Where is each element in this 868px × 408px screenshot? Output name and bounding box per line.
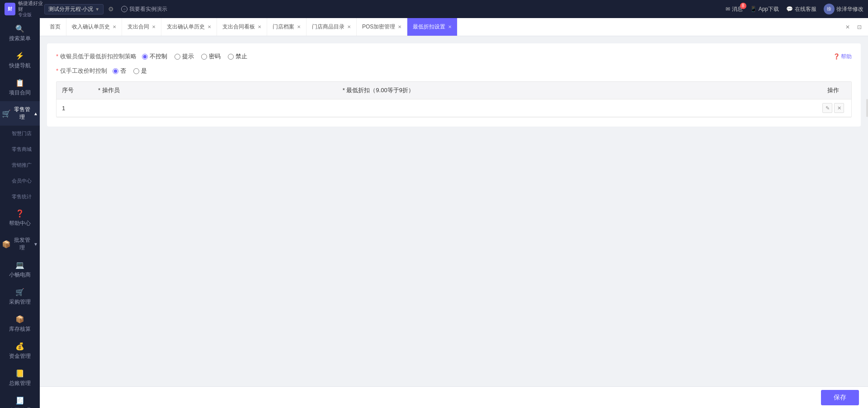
tab-close-payment-confirm[interactable]: ✕ bbox=[208, 24, 211, 29]
invoice-icon: 🧾 bbox=[15, 396, 24, 405]
sidebar-item-ledger[interactable]: 📒 总账管理 bbox=[0, 365, 40, 392]
retail-icon: 🛒 bbox=[2, 109, 11, 118]
message-icon: ✉ bbox=[726, 6, 730, 12]
demo-link[interactable]: ○ 我要看实例演示 bbox=[121, 5, 167, 13]
sidebar: 🔍 搜索菜单 ⚡ 快捷导航 📋 项目合同 🛒 零售管理 ▲ 智慧门店 零售商城 … bbox=[0, 18, 40, 408]
delete-row-button[interactable]: ✕ bbox=[834, 103, 844, 113]
tab-payment-confirm[interactable]: 支出确认单历史 ✕ bbox=[161, 18, 217, 36]
sidebar-item-wholesale[interactable]: 📦 批发管理 ▼ bbox=[0, 232, 40, 256]
sidebar-item-smart-store[interactable]: 智慧门店 bbox=[0, 126, 40, 141]
sidebar-item-shortcut[interactable]: ⚡ 快捷导航 bbox=[0, 47, 40, 74]
app-download-button[interactable]: 📱 App下载 bbox=[750, 5, 779, 13]
edit-row-button[interactable]: ✎ bbox=[822, 103, 832, 113]
required-star: * bbox=[56, 53, 60, 60]
tab-store-products[interactable]: 门店商品目录 ✕ bbox=[307, 18, 357, 36]
tab-min-discount[interactable]: 最低折扣设置 ✕ bbox=[407, 18, 458, 36]
sidebar-item-retail[interactable]: 🛒 零售管理 ▲ bbox=[0, 101, 40, 126]
logo-icon: 财 bbox=[5, 3, 15, 15]
radio-password-input[interactable] bbox=[201, 54, 207, 60]
tab-close-income-confirm[interactable]: ✕ bbox=[113, 24, 116, 29]
sidebar-item-marketing[interactable]: 营销推广 bbox=[0, 157, 40, 173]
sidebar-item-member[interactable]: 会员中心 bbox=[0, 173, 40, 189]
tab-income-confirm[interactable]: 收入确认单历史 ✕ bbox=[66, 18, 122, 36]
chevron-down-icon: ▼ bbox=[33, 242, 38, 247]
page-content: * 收银员低于最低折扣控制策略 不控制 提示 密码 bbox=[40, 36, 868, 386]
help-icon: ❓ bbox=[833, 53, 840, 60]
settings-button[interactable]: ⚙ bbox=[108, 5, 114, 13]
form-row-2: * 仅手工改价时控制 否 是 bbox=[56, 67, 852, 75]
save-button[interactable]: 保存 bbox=[821, 390, 859, 405]
required-star2: * bbox=[56, 67, 60, 74]
sidebar-item-purchase[interactable]: 🛒 采购管理 bbox=[0, 283, 40, 310]
th-discount: * 最低折扣（9.00等于9折） bbox=[337, 82, 815, 99]
search-icon: 🔍 bbox=[15, 24, 24, 33]
sidebar-item-help[interactable]: ❓ 帮助中心 bbox=[0, 205, 40, 232]
radio-no[interactable]: 否 bbox=[113, 67, 126, 75]
sidebar-item-capital[interactable]: 💰 资金管理 bbox=[0, 338, 40, 365]
tab-payment-board[interactable]: 支出合同看板 ✕ bbox=[217, 18, 267, 36]
tab-home[interactable]: 首页 bbox=[44, 18, 66, 36]
field2-label: * 仅手工改价时控制 bbox=[56, 67, 107, 75]
table-header: 序号 * 操作员 * 最低折扣（9.00等于9折） 操作 bbox=[57, 82, 851, 99]
online-service-button[interactable]: 💬 在线客服 bbox=[786, 5, 816, 13]
logo-text: 畅捷通好业财 专业版 bbox=[18, 0, 44, 18]
radio-password[interactable]: 密码 bbox=[201, 52, 221, 61]
sidebar-item-ecom[interactable]: 💻 小畅电商 bbox=[0, 256, 40, 283]
message-button[interactable]: ✉ 消息 8 bbox=[726, 5, 743, 13]
radio-no-input[interactable] bbox=[113, 68, 118, 74]
sidebar-item-retail-stats[interactable]: 零售统计 bbox=[0, 189, 40, 205]
bottom-bar: 保存 bbox=[40, 386, 868, 408]
th-seq: 序号 bbox=[57, 82, 93, 99]
radio-yes[interactable]: 是 bbox=[133, 67, 147, 75]
radio-hint[interactable]: 提示 bbox=[175, 52, 194, 61]
td-seq: 1 bbox=[57, 101, 93, 115]
tab-store-file[interactable]: 门店档案 ✕ bbox=[267, 18, 307, 36]
td-discount bbox=[337, 104, 815, 112]
circle-icon: ○ bbox=[121, 6, 127, 12]
discount-table: 序号 * 操作员 * 最低折扣（9.00等于9折） 操作 bbox=[56, 81, 852, 117]
tab-close-payment-board[interactable]: ✕ bbox=[258, 24, 261, 29]
tab-bar: 首页 收入确认单历史 ✕ 支出合同 ✕ 支出确认单历史 ✕ 支出合同看板 ✕ 门… bbox=[40, 18, 868, 36]
radio-nocontrol[interactable]: 不控制 bbox=[142, 52, 167, 61]
help-link[interactable]: ❓ 帮助 bbox=[833, 53, 852, 61]
expand-tab-button[interactable]: ⊡ bbox=[855, 23, 863, 31]
td-operator bbox=[93, 104, 337, 112]
chevron-down-icon: ▼ bbox=[95, 7, 99, 12]
tab-payment-contract[interactable]: 支出合同 ✕ bbox=[122, 18, 161, 36]
close-tab-button[interactable]: ✕ bbox=[844, 23, 852, 31]
sidebar-item-invoice[interactable]: 🧾 发票管理 bbox=[0, 392, 40, 408]
tab-close-store-file[interactable]: ✕ bbox=[297, 24, 301, 29]
field1-label: * 收银员低于最低折扣控制策略 bbox=[56, 52, 137, 61]
sidebar-item-inventory[interactable]: 📦 库存核算 bbox=[0, 310, 40, 338]
radio-forbid-input[interactable] bbox=[228, 54, 234, 60]
main-layout: 🔍 搜索菜单 ⚡ 快捷导航 📋 项目合同 🛒 零售管理 ▲ 智慧门店 零售商城 … bbox=[0, 18, 868, 408]
tab-close-store-products[interactable]: ✕ bbox=[347, 24, 351, 29]
th-operator: * 操作员 bbox=[93, 82, 337, 99]
help-icon: ❓ bbox=[15, 209, 24, 218]
purchase-icon: 🛒 bbox=[15, 288, 24, 296]
sidebar-item-online-store[interactable]: 零售商城 bbox=[0, 141, 40, 157]
td-actions: ✎ ✕ bbox=[815, 99, 851, 117]
top-bar: 财 畅捷通好业财 专业版 测试分开元程·小况 ▼ ⚙ ○ 我要看实例演示 ✉ 消… bbox=[0, 0, 868, 18]
user-profile-button[interactable]: 徐 徐泽华修改 bbox=[824, 4, 863, 14]
tab-pos-password[interactable]: POS加密管理 ✕ bbox=[357, 18, 407, 36]
table-row: 1 ✎ ✕ bbox=[57, 99, 851, 117]
ecom-icon: 💻 bbox=[15, 261, 24, 269]
radio-nocontrol-input[interactable] bbox=[142, 54, 148, 60]
sidebar-item-search[interactable]: 🔍 搜索菜单 bbox=[0, 20, 40, 47]
form-row-1: * 收银员低于最低折扣控制策略 不控制 提示 密码 bbox=[56, 52, 852, 61]
capital-icon: 💰 bbox=[15, 342, 24, 351]
chevron-up-icon: ▲ bbox=[33, 111, 38, 116]
service-icon: 💬 bbox=[786, 6, 793, 12]
radio-forbid[interactable]: 禁止 bbox=[228, 52, 247, 61]
tab-close-pos-password[interactable]: ✕ bbox=[398, 24, 401, 29]
radio-hint-input[interactable] bbox=[175, 54, 180, 60]
top-bar-right: ✉ 消息 8 📱 App下载 💬 在线客服 徐 徐泽华修改 bbox=[726, 4, 863, 14]
tab-bar-actions: ✕ ⊡ bbox=[844, 23, 863, 31]
sidebar-item-project[interactable]: 📋 项目合同 bbox=[0, 74, 40, 101]
radio-yes-input[interactable] bbox=[133, 68, 139, 74]
env-selector[interactable]: 测试分开元程·小况 ▼ bbox=[44, 4, 104, 14]
project-icon: 📋 bbox=[15, 79, 24, 87]
tab-close-min-discount[interactable]: ✕ bbox=[448, 24, 452, 29]
tab-close-payment-contract[interactable]: ✕ bbox=[152, 24, 156, 29]
